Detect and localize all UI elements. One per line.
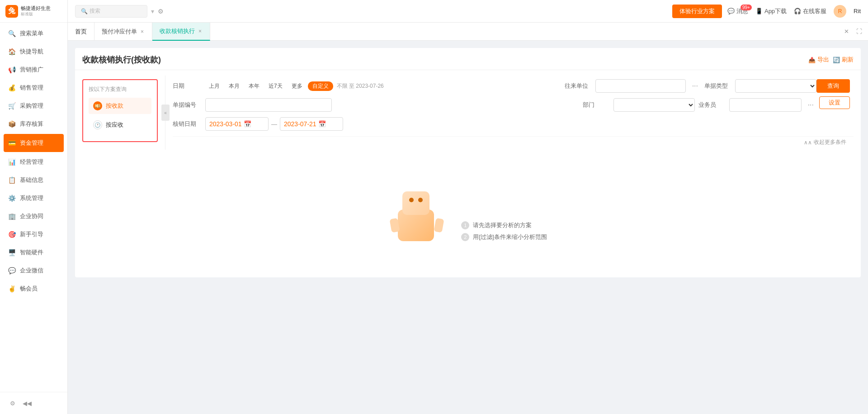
counterpart-more-icon[interactable]: ···: [689, 80, 701, 92]
filter-option-by-receipt[interactable]: 💴 按收款: [89, 98, 151, 114]
basic-info-icon: 📋: [7, 176, 16, 185]
tab-prepay[interactable]: 预付冲应付单 ×: [94, 23, 152, 41]
sidebar-label-basic-info: 基础信息: [20, 176, 43, 184]
sidebar-bottom: ⚙ ◀◀: [0, 392, 67, 414]
app-download-button[interactable]: 📱 App下载: [755, 7, 787, 15]
sidebar-label-purchase: 采购管理: [20, 102, 43, 110]
hint-item-1: 1 请先选择要分析的方案: [461, 221, 547, 229]
online-service-label: 在线客服: [803, 7, 826, 15]
sidebar-label-capital: 资金管理: [20, 139, 43, 147]
doc-no-input[interactable]: [205, 98, 332, 112]
staff-label: 业务员: [698, 101, 726, 109]
dept-select[interactable]: [613, 98, 695, 112]
filter-option-by-receivable[interactable]: 🕐 按应收: [89, 117, 151, 133]
tab-receivable[interactable]: 收款核销执行 ×: [152, 23, 210, 41]
sidebar-item-inventory[interactable]: 📦 库存核算: [0, 115, 67, 133]
hint-text-2: 用[过滤]条件来缩小分析范围: [473, 233, 547, 241]
verify-date-start-input[interactable]: 2023-03-01 📅: [205, 117, 269, 131]
sidebar-item-guide[interactable]: 🎯 新手引导: [0, 225, 67, 243]
verify-date-end-input[interactable]: 2023-07-21 📅: [280, 117, 343, 131]
sidebar-item-operations[interactable]: 📊 经营管理: [0, 153, 67, 171]
tab-expand-button[interactable]: ⛶: [854, 26, 864, 37]
export-icon: 📤: [808, 57, 816, 63]
tab-home[interactable]: 首页: [68, 23, 94, 41]
tab-close-all-button[interactable]: ✕: [841, 26, 852, 37]
topbar: 🔍 搜索 ▾ ⚙ 体验行业方案 💬 消息 99+ 📱 App下载 🎧 在线客服 …: [68, 0, 868, 23]
empty-robot-illustration: [389, 191, 443, 241]
filter-options-title: 按以下方案查询: [89, 86, 151, 93]
capital-icon: 💳: [7, 138, 16, 148]
collapse-sidebar-icon[interactable]: ◀◀: [22, 398, 33, 409]
member-icon: ✌️: [7, 284, 16, 293]
sidebar-label-marketing: 营销推广: [20, 66, 43, 74]
staff-more-icon[interactable]: ···: [805, 99, 816, 111]
message-badge: 99+: [741, 5, 752, 10]
sidebar-label-quick-nav: 快捷导航: [20, 48, 43, 56]
hint-num-1: 1: [461, 221, 469, 229]
custom-date-btn[interactable]: 自定义: [308, 81, 333, 91]
sidebar-item-wechat[interactable]: 💬 企业微信: [0, 262, 67, 280]
counterpart-input[interactable]: [595, 79, 686, 93]
more-date-btn[interactable]: 更多: [288, 81, 306, 91]
sidebar-item-smart-hw[interactable]: 🖥️ 智能硬件: [0, 243, 67, 262]
verify-date-label: 核销日期: [173, 120, 200, 128]
sales-icon: 💰: [7, 83, 16, 92]
guide-icon: 🎯: [7, 230, 16, 239]
sidebar-item-quick-nav[interactable]: 🏠 快捷导航: [0, 43, 67, 61]
sidebar-item-search-menu[interactable]: 🔍 搜索菜单: [0, 24, 67, 43]
by-receivable-icon: 🕐: [93, 120, 102, 129]
dropdown-arrow-icon[interactable]: ▾: [151, 8, 154, 15]
settings-bottom-icon[interactable]: ⚙: [7, 398, 18, 409]
empty-hints: 1 请先选择要分析的方案 2 用[过滤]条件来缩小分析范围: [461, 221, 547, 241]
username-label: Rit: [854, 8, 861, 14]
search-box[interactable]: 🔍 搜索: [75, 5, 147, 18]
sidebar-item-purchase[interactable]: 🛒 采购管理: [0, 97, 67, 115]
tab-prepay-label: 预付冲应付单: [102, 28, 137, 36]
industry-solution-button[interactable]: 体验行业方案: [672, 5, 722, 18]
staff-input[interactable]: [729, 98, 802, 112]
collapse-more-label: 收起更多条件: [814, 138, 846, 146]
message-icon: 💬: [727, 8, 735, 14]
by-receipt-label: 按收款: [106, 102, 123, 110]
filter-left-panel: 按以下方案查询 💴 按收款 🕐 按应收 «: [75, 76, 165, 150]
tab-prepay-close[interactable]: ×: [140, 28, 145, 35]
smart-hw-icon: 🖥️: [7, 248, 16, 257]
inventory-icon: 📦: [7, 119, 16, 128]
settings-gear-icon[interactable]: ⚙: [158, 8, 164, 15]
query-button[interactable]: 查询: [816, 79, 850, 93]
sidebar-item-member[interactable]: ✌️ 畅会员: [0, 280, 67, 298]
sidebar-label-inventory: 库存核算: [20, 120, 43, 128]
sidebar-item-system[interactable]: ⚙️ 系统管理: [0, 189, 67, 207]
headset-icon: 🎧: [794, 8, 801, 14]
refresh-button[interactable]: 🔄 刷新: [833, 56, 854, 64]
this-month-btn[interactable]: 本月: [225, 81, 243, 91]
this-year-btn[interactable]: 本年: [245, 81, 263, 91]
purchase-icon: 🛒: [7, 101, 16, 110]
export-button[interactable]: 📤 导出: [808, 56, 829, 64]
collapse-more-button[interactable]: ∧∧ 收起更多条件: [173, 136, 854, 150]
refresh-label: 刷新: [842, 56, 854, 64]
topbar-search-area: 🔍 搜索 ▾ ⚙: [75, 5, 667, 18]
page-title: 收款核销执行(按收款): [82, 54, 161, 65]
last-month-btn[interactable]: 上月: [205, 81, 223, 91]
tab-receivable-close[interactable]: ×: [198, 28, 203, 35]
message-button[interactable]: 💬 消息 99+: [727, 7, 748, 15]
sidebar-item-capital[interactable]: 💳 资金管理: [4, 134, 64, 152]
verify-date-start-value: 2023-03-01: [209, 120, 242, 128]
counterpart-label: 往来单位: [565, 82, 592, 90]
sidebar-label-enterprise: 企业协同: [20, 212, 43, 220]
sidebar-item-enterprise[interactable]: 🏢 企业协同: [0, 207, 67, 225]
sidebar-label-guide: 新手引导: [20, 230, 43, 238]
left-panel-collapse-button[interactable]: «: [161, 105, 170, 121]
sidebar-item-sales[interactable]: 💰 销售管理: [0, 79, 67, 97]
chevron-up-icon: ∧∧: [804, 139, 812, 146]
main: 🔍 搜索 ▾ ⚙ 体验行业方案 💬 消息 99+ 📱 App下载 🎧 在线客服 …: [68, 0, 868, 414]
last-7days-btn[interactable]: 近7天: [265, 81, 286, 91]
sidebar-item-marketing[interactable]: 📢 营销推广: [0, 61, 67, 79]
sidebar-label-member: 畅会员: [20, 285, 38, 293]
setting-button[interactable]: 设置: [819, 96, 850, 109]
search-placeholder: 搜索: [90, 7, 100, 15]
online-service-button[interactable]: 🎧 在线客服: [794, 7, 826, 15]
sidebar-item-basic-info[interactable]: 📋 基础信息: [0, 171, 67, 189]
doc-type-select[interactable]: [735, 79, 816, 93]
